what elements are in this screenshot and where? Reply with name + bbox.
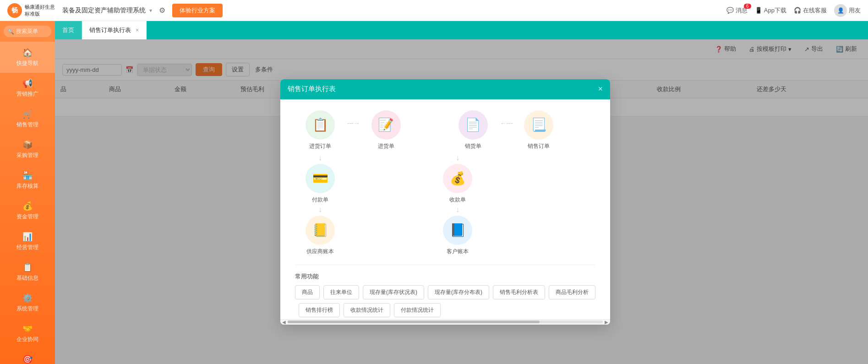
sidebar-search-area: 🔍 搜索菜单 (0, 21, 55, 42)
customer-ledger-circle: 📘 (443, 216, 472, 245)
customer-ledger-label: 客户账本 (447, 248, 469, 255)
inventory-icon: 🏪 (22, 170, 33, 180)
sidebar-item-new-guide[interactable]: 🎯 新手引导 (0, 349, 55, 364)
home-icon: 🏠 (22, 48, 33, 58)
finance-icon: 💰 (22, 201, 33, 211)
sidebar-item-sales[interactable]: 🛒 销售管理 (0, 103, 55, 134)
cf-btn-sales-rank[interactable]: 销售排行榜 (299, 303, 340, 317)
sidebar: 🔍 搜索菜单 🏠 快捷导航 📢 营销推广 🛒 销售管理 📦 采购管理 🏪 库存核… (0, 21, 55, 364)
tab-bar: 首页 销售订单执行表 × (55, 21, 868, 39)
main-layout: 🔍 搜索菜单 🏠 快捷导航 📢 营销推广 🛒 销售管理 📦 采购管理 🏪 库存核… (0, 21, 868, 364)
arrow-sales-order-to-bill: ← - - - (500, 110, 512, 127)
tab-sales-order-exec[interactable]: 销售订单执行表 × (82, 21, 147, 39)
cf-btn-sales-gross[interactable]: 销售毛利分析表 (493, 285, 545, 299)
sales-order-label: 销售订单 (528, 142, 550, 150)
common-functions-section: 常用功能 商品 往来单位 现存量(库存状况表) 现存量(库存分布表) 销售毛利分… (295, 265, 595, 317)
system-title: 装备及固定资产辅助管理系统 (62, 6, 146, 15)
cf-btn-stock-dist[interactable]: 现存量(库存分布表) (428, 285, 489, 299)
cf-btn-product-gross[interactable]: 商品毛利分析 (549, 285, 595, 299)
scrollbar-thumb (288, 321, 540, 323)
modal-close-button[interactable]: × (598, 84, 603, 94)
top-header: 畅 畅康通好生意 标准版 装备及固定资产辅助管理系统 ▾ ⚙ 体验行业方案 💬 … (0, 0, 868, 21)
sidebar-item-inventory[interactable]: 🏪 库存核算 (0, 165, 55, 196)
cf-btn-receipt-stats[interactable]: 收款情况统计 (344, 303, 390, 317)
purchase-bill-circle: 📝 (371, 110, 401, 140)
message-badge: 6 (744, 4, 751, 9)
scrollbar-right-arrow[interactable]: ▶ (605, 320, 608, 325)
flow-node-supplier-ledger[interactable]: 📒 供应商账本 (295, 216, 345, 255)
header-right: 💬 消息 6 📱 App下载 🎧 在线客服 👤 用友 (726, 4, 861, 17)
cf-btn-stock-status[interactable]: 现存量(库存状况表) (363, 285, 424, 299)
cf-btn-partner[interactable]: 往来单位 (323, 285, 359, 299)
app-download-button[interactable]: 📱 App下载 (755, 6, 786, 15)
supplier-ledger-label: 供应商账本 (306, 248, 334, 255)
main-content: 首页 销售订单执行表 × ❓ 帮助 🖨 按模板打印 ▾ (55, 21, 868, 364)
flow-node-customer-ledger[interactable]: 📘 客户账本 (432, 216, 483, 255)
sidebar-item-operations[interactable]: 📊 经营管理 (0, 226, 55, 257)
sales-bill-circle: 📄 (459, 110, 488, 140)
search-menu-button[interactable]: 🔍 搜索菜单 (4, 26, 51, 37)
tab-close-button[interactable]: × (136, 27, 139, 33)
search-icon: 🔍 (7, 28, 14, 35)
page-area: ❓ 帮助 🖨 按模板打印 ▾ ↗ 导出 🔄 刷新 (55, 39, 868, 364)
modal-header: 销售订单执行表 × (280, 79, 610, 99)
modal-body: 📋 进货订单 - - - → 📝 进货单 (280, 99, 610, 319)
chevron-down-icon[interactable]: ▾ (149, 7, 152, 14)
supplier-ledger-circle: 📒 (306, 216, 335, 245)
sidebar-item-purchase[interactable]: 📦 采购管理 (0, 134, 55, 165)
experience-button[interactable]: 体验行业方案 (172, 4, 223, 17)
settings-button[interactable]: ⚙ (156, 4, 169, 17)
scrollbar-track[interactable] (288, 321, 603, 323)
arrow-down-purchase: ↓ (318, 154, 322, 162)
flow-node-sales-order[interactable]: 📃 销售订单 (513, 110, 564, 150)
modal-scrollbar: ◀ ▶ (280, 319, 610, 325)
flow-col-purchase-bill: ↓ 💳 付款单 ↓ 📒 (295, 152, 345, 255)
avatar: 👤 (834, 4, 847, 17)
sidebar-item-enterprise[interactable]: 🤝 企业协同 (0, 318, 55, 349)
arrow-purchase-order-to-bill: - - - → (347, 110, 359, 127)
receipt-label: 收款单 (449, 196, 466, 204)
purchase-order-circle: 📋 (306, 110, 335, 140)
cf-btn-product[interactable]: 商品 (295, 285, 320, 299)
quick-nav-modal: 销售订单执行表 × 📋 进 (280, 79, 610, 325)
headset-icon: 🎧 (794, 7, 801, 14)
flow-node-receipt[interactable]: 💰 收款单 (432, 164, 483, 204)
common-functions-title: 常用功能 (295, 272, 595, 281)
sidebar-item-quick-nav[interactable]: 🏠 快捷导航 (0, 42, 55, 73)
guide-icon: 🎯 (22, 354, 33, 364)
flow-diagram: 📋 进货订单 - - - → 📝 进货单 (295, 110, 595, 255)
flow-node-sales-bill[interactable]: 📄 销货单 (448, 110, 498, 150)
cf-btn-payment-stats[interactable]: 付款情况统计 (394, 303, 441, 317)
system-title-area: 装备及固定资产辅助管理系统 ▾ ⚙ 体验行业方案 (62, 4, 726, 17)
sidebar-item-marketing[interactable]: 📢 营销推广 (0, 73, 55, 103)
scrollbar-left-arrow[interactable]: ◀ (282, 320, 286, 325)
sidebar-item-finance[interactable]: 💰 资金管理 (0, 196, 55, 226)
flow-node-purchase-bill[interactable]: 📝 进货单 (361, 110, 411, 150)
purchase-bill-label: 进货单 (378, 142, 394, 150)
marketing-icon: 📢 (22, 78, 33, 88)
purchase-icon: 📦 (22, 140, 33, 150)
modal-title: 销售订单执行表 (288, 85, 336, 93)
tab-home[interactable]: 首页 (55, 21, 82, 39)
logo-area: 畅 畅康通好生意 标准版 (7, 3, 62, 18)
flow-node-payment[interactable]: 💳 付款单 (295, 164, 345, 204)
sidebar-item-sys-mgmt[interactable]: ⚙️ 系统管理 (0, 288, 55, 318)
logo-text: 畅康通好生意 标准版 (25, 4, 55, 17)
sidebar-item-base-info[interactable]: 📋 基础信息 (0, 257, 55, 288)
sales-order-circle: 📃 (524, 110, 553, 140)
common-function-buttons: 商品 往来单位 现存量(库存状况表) 现存量(库存分布表) 销售毛利分析表 商品… (295, 285, 595, 317)
user-menu[interactable]: 👤 用友 (834, 4, 861, 17)
flow-col-sales-bill: ↓ 💰 收款单 ↓ 📘 (432, 152, 483, 255)
message-button[interactable]: 💬 消息 6 (726, 6, 748, 15)
sys-mgmt-icon: ⚙️ (22, 293, 33, 303)
payment-label: 付款单 (312, 196, 328, 204)
phone-icon: 📱 (755, 7, 762, 14)
receipt-circle: 💰 (443, 164, 472, 193)
flow-node-purchase-order[interactable]: 📋 进货订单 (295, 110, 345, 150)
sales-bill-label: 销货单 (465, 142, 481, 150)
arrow-down-sales: ↓ (456, 154, 459, 162)
enterprise-icon: 🤝 (22, 324, 33, 334)
payment-circle: 💳 (306, 164, 335, 193)
online-service-button[interactable]: 🎧 在线客服 (794, 6, 827, 15)
operations-icon: 📊 (22, 232, 33, 242)
